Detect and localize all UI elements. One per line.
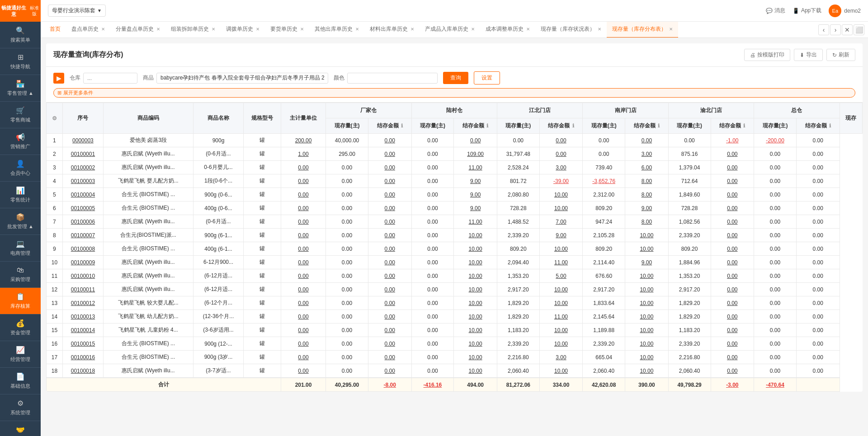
- goods-input[interactable]: [156, 73, 328, 84]
- nav-tab-close-stock_status[interactable]: ✕: [598, 27, 601, 32]
- td-no-4: 5: [47, 188, 63, 202]
- td-jb-amt-12: 1,829.20: [497, 296, 539, 310]
- message-btn[interactable]: 💬 消息: [766, 7, 785, 14]
- sidebar-item-purchase[interactable]: 🛍采购管理: [0, 262, 41, 288]
- td-current-16: 0.00: [796, 351, 840, 364]
- message-icon: 💬: [766, 8, 773, 14]
- sidebar-item-inventory[interactable]: 📋库存核算: [0, 288, 41, 314]
- nav-tab-sub_inventory[interactable]: 分量盘点单历史✕: [110, 22, 165, 38]
- td-na-amt-4: 2,312.00: [583, 188, 625, 202]
- settings-btn[interactable]: 设置: [474, 71, 500, 84]
- sidebar-item-retail_mgmt[interactable]: 🏪零售管理 ▲: [0, 75, 41, 102]
- table-row: 6 00100005 合生元 (BIOSTIME) ... 400g (0-6.…: [47, 202, 863, 215]
- sidebar-item-search[interactable]: 🔍搜索英单: [0, 22, 41, 48]
- color-input[interactable]: [347, 73, 438, 84]
- td-lc-amt-15: 0.00: [411, 337, 454, 351]
- td-spec-1: (0-6月适...: [193, 147, 243, 161]
- td-lc-amt-0: 0.00: [411, 134, 454, 147]
- sidebar-item-wholesale[interactable]: 📦批发管理 ▲: [0, 208, 41, 235]
- print-btn[interactable]: 🖨 按模版打印: [744, 49, 790, 61]
- nav-tab-close-other_out[interactable]: ✕: [355, 27, 359, 32]
- nav-tab-close-cost_adj[interactable]: ✕: [526, 27, 530, 32]
- store-selector[interactable]: 母婴行业演示陈套 ▼: [48, 5, 106, 17]
- table-row: 10 00100009 惠氏启赋 (Wyeth illu... 6-12月900…: [47, 256, 863, 269]
- td-unit-15: 罐: [244, 337, 281, 351]
- chevron-down-icon: ▼: [97, 8, 102, 13]
- td-name-12: 飞鹤星飞帆 较大婴儿配...: [104, 296, 193, 310]
- app-icon: 📱: [793, 8, 799, 14]
- nav-tab-requisition[interactable]: 要货单历史✕: [265, 22, 309, 38]
- td-yb-amt-0: 0.00: [668, 134, 711, 147]
- nav-tab-transfer[interactable]: 调拨单历史✕: [221, 22, 265, 38]
- th-amount-total: 结存金额 ℹ: [796, 118, 840, 134]
- td-total-amt-11: 0.00: [754, 283, 797, 296]
- sidebar-item-retail_stats[interactable]: 📊零售统计: [0, 182, 41, 208]
- nav-tab-close-inventory_count[interactable]: ✕: [101, 27, 105, 32]
- nav-close-all[interactable]: ✕: [842, 24, 853, 35]
- sidebar-item-marketing[interactable]: 📢营销推广: [0, 128, 41, 155]
- td-no-7: 8: [47, 229, 63, 242]
- td-code-11: 00100011: [62, 283, 103, 296]
- td-no-5: 6: [47, 202, 63, 215]
- td-total-stock-7: 0.00: [711, 229, 754, 242]
- td-no-10: 11: [47, 269, 63, 283]
- sidebar-item-retail_store[interactable]: 🛒零售商城: [0, 102, 41, 128]
- nav-tab-stock_status[interactable]: 现存量（库存状况表）✕: [535, 22, 607, 38]
- sidebar-logo[interactable]: 畅捷通好生意 标准版: [0, 0, 41, 22]
- td-yb-amt-9: 1,884.96: [668, 256, 711, 269]
- app-download-btn[interactable]: 📱 App下载: [793, 7, 821, 14]
- filter-collapse-btn[interactable]: ▶: [53, 73, 64, 84]
- td-yb-stock-4: 8.00: [625, 188, 669, 202]
- td-lc-stock-8: 0.00: [368, 242, 411, 256]
- td-fj-stock-11: 0.00: [281, 283, 326, 296]
- nav-expand[interactable]: ⬜: [854, 24, 864, 35]
- expand-conditions-btn[interactable]: ⊞ 展开更多条件: [53, 88, 855, 98]
- sidebar-item-system[interactable]: ⚙系统管理: [0, 394, 41, 421]
- nav-tab-material_out[interactable]: 材料出库单历史✕: [364, 22, 420, 38]
- nav-tab-product_in[interactable]: 产成品入库单历史✕: [420, 22, 480, 38]
- nav-tab-other_out[interactable]: 其他出库单历史✕: [309, 22, 364, 38]
- th-settings[interactable]: ⚙: [47, 103, 63, 134]
- sidebar-item-enterprise[interactable]: 🤝企业协同: [0, 421, 41, 436]
- nav-tab-close-combo[interactable]: ✕: [212, 27, 215, 32]
- nav-tab-close-transfer[interactable]: ✕: [256, 27, 259, 32]
- nav-tab-combo[interactable]: 组装拆卸单历史✕: [165, 22, 221, 38]
- sidebar-item-basic[interactable]: 📄基础信息: [0, 368, 41, 394]
- warehouse-input[interactable]: [83, 73, 137, 84]
- sidebar-item-member[interactable]: 👤会员中心: [0, 155, 41, 182]
- td-fj-amt-7: 0.00: [326, 229, 368, 242]
- nav-tab-inventory_count[interactable]: 盘点单历史✕: [66, 22, 110, 38]
- td-fj-amt-14: 0.00: [326, 323, 368, 337]
- td-lc-stock-16: 0.00: [368, 351, 411, 364]
- nav-tab-cost_adj[interactable]: 成本调整单历史✕: [480, 22, 535, 38]
- nav-tab-close-requisition[interactable]: ✕: [300, 27, 304, 32]
- query-btn[interactable]: 查询: [443, 72, 468, 84]
- nav-tab-close-sub_inventory[interactable]: ✕: [156, 27, 160, 32]
- nav-tab-close-product_in[interactable]: ✕: [471, 27, 475, 32]
- td-na-amt-9: 2,114.40: [583, 256, 625, 269]
- nav-prev[interactable]: ‹: [818, 24, 829, 35]
- td-fj-stock-15: 0.00: [281, 337, 326, 351]
- sidebar-item-finance[interactable]: 💰资金管理: [0, 314, 41, 341]
- refresh-btn[interactable]: ↻ 刷新: [826, 49, 855, 61]
- nav-tab-label-home: 首页: [50, 25, 61, 33]
- th-current: 现存: [840, 103, 863, 134]
- table-row: 17 00100016 合生元 (BIOSTIME) ... 900g (3岁.…: [47, 351, 863, 364]
- td-fj-stock-9: 0.00: [281, 256, 326, 269]
- th-stock-total: 现存量(主): [754, 118, 797, 134]
- nav-next[interactable]: ›: [830, 24, 841, 35]
- nav-tab-close-material_out[interactable]: ✕: [410, 27, 414, 32]
- nav-tab-close-stock_dist_active[interactable]: ✕: [669, 27, 673, 32]
- color-filter: 颜色: [334, 73, 438, 84]
- th-stock-na: 现存量(主): [583, 118, 625, 134]
- sidebar-item-ecommerce[interactable]: 💻电商管理: [0, 235, 41, 262]
- export-btn[interactable]: ⬇ 导出: [794, 49, 823, 61]
- td-na-stock-0: 0.00: [539, 134, 583, 147]
- sidebar-item-ops_mgmt[interactable]: 📈经营管理: [0, 341, 41, 368]
- th-warehouse-jbmd: 江北门店: [497, 103, 582, 118]
- sidebar-item-nav[interactable]: ⊞快捷导航: [0, 48, 41, 75]
- user-profile[interactable]: Ea demo2: [829, 5, 861, 17]
- nav-tab-home[interactable]: 首页: [44, 22, 66, 38]
- nav-tab-stock_dist_active[interactable]: 现存量（库存分布表）✕: [607, 22, 678, 38]
- td-current-15: 0.00: [796, 337, 840, 351]
